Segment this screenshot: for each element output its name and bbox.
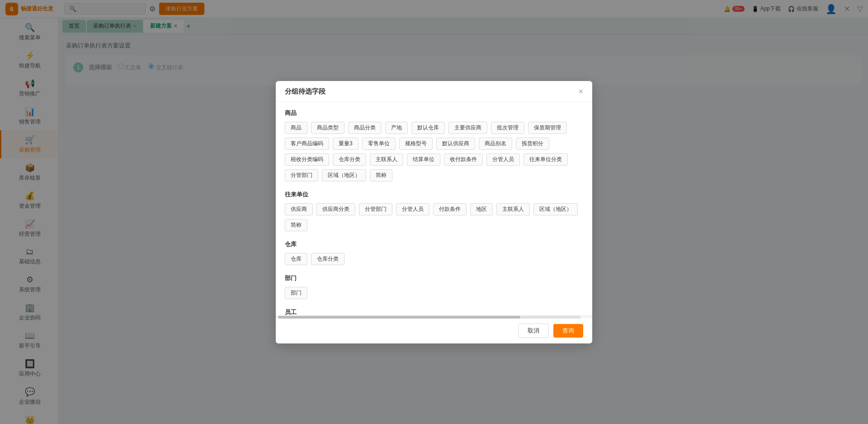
section-partner-title: 往来单位: [285, 191, 583, 199]
field-tag[interactable]: 区域（地区）: [533, 203, 578, 215]
field-tag[interactable]: 仓库: [285, 253, 307, 265]
field-tag[interactable]: 重量3: [333, 138, 359, 150]
section-employee: 员工 业务员: [285, 308, 583, 315]
field-tag[interactable]: 分管人员: [396, 203, 429, 215]
modal-close-button[interactable]: ×: [578, 87, 583, 95]
section-warehouse-title: 仓库: [285, 240, 583, 248]
field-tag[interactable]: 产地: [385, 122, 408, 134]
field-tag[interactable]: 商品: [285, 122, 307, 134]
field-tag[interactable]: 主联系人: [496, 203, 530, 215]
confirm-button[interactable]: 查询: [553, 324, 583, 338]
modal-header: 分组待选字段 ×: [276, 81, 592, 102]
field-tag[interactable]: 商品别名: [479, 138, 512, 150]
section-warehouse: 仓库 仓库 仓库分类: [285, 240, 583, 265]
section-department: 部门 部门: [285, 274, 583, 299]
field-tag[interactable]: 分管部门: [285, 169, 318, 181]
section-goods-title: 商品: [285, 109, 583, 117]
field-tag[interactable]: 分管部门: [359, 203, 392, 215]
goods-tags: 商品 商品类型 商品分类 产地 默认仓库 主要供应商 批次管理 保质期管理 客户…: [285, 122, 583, 181]
field-tag[interactable]: 部门: [285, 287, 307, 299]
field-tag[interactable]: 收付款条件: [444, 153, 483, 166]
field-tag[interactable]: 保质期管理: [528, 122, 567, 134]
field-tag[interactable]: 仓库分类: [333, 153, 366, 166]
field-tag[interactable]: 主联系人: [370, 153, 403, 166]
modal-footer: 取消 查询: [276, 318, 592, 343]
cancel-button[interactable]: 取消: [518, 324, 549, 338]
field-tag[interactable]: 供应商: [285, 203, 313, 215]
field-tag[interactable]: 付款条件: [433, 203, 467, 215]
field-tag[interactable]: 简称: [285, 219, 307, 231]
field-tag[interactable]: 默认供应商: [436, 138, 475, 150]
field-tag[interactable]: 规格型号: [399, 138, 433, 150]
modal-overlay: 分组待选字段 × 商品 商品 商品类型 商品分类 产地 默认仓库 主要供应商 批…: [0, 0, 868, 424]
field-tag[interactable]: 批次管理: [491, 122, 524, 134]
field-tag[interactable]: 商品分类: [348, 122, 382, 134]
department-tags: 部门: [285, 287, 583, 299]
field-tag[interactable]: 结算单位: [407, 153, 440, 166]
field-tag[interactable]: 简称: [370, 169, 392, 181]
field-tag[interactable]: 零售单位: [362, 138, 396, 150]
field-tag[interactable]: 拣货积分: [516, 138, 549, 150]
field-tag[interactable]: 分管人员: [486, 153, 520, 166]
field-tag[interactable]: 地区: [470, 203, 493, 215]
field-tag[interactable]: 供应商分类: [316, 203, 355, 215]
field-tag[interactable]: 税收分类编码: [285, 153, 329, 166]
field-tag[interactable]: 往来单位分类: [524, 153, 568, 166]
modal-title: 分组待选字段: [285, 87, 326, 96]
field-select-modal: 分组待选字段 × 商品 商品 商品类型 商品分类 产地 默认仓库 主要供应商 批…: [276, 81, 592, 343]
field-tag[interactable]: 仓库分类: [311, 253, 344, 265]
scroll-track: [278, 316, 581, 319]
modal-body[interactable]: 商品 商品 商品类型 商品分类 产地 默认仓库 主要供应商 批次管理 保质期管理…: [276, 102, 592, 315]
horizontal-scrollbar[interactable]: [276, 315, 592, 318]
section-partner: 往来单位 供应商 供应商分类 分管部门 分管人员 付款条件 地区 主联系人 区域…: [285, 191, 583, 231]
warehouse-tags: 仓库 仓库分类: [285, 253, 583, 265]
field-tag[interactable]: 客户商品编码: [285, 138, 329, 150]
section-employee-title: 员工: [285, 308, 583, 315]
field-tag[interactable]: 主要供应商: [448, 122, 487, 134]
section-goods: 商品 商品 商品类型 商品分类 产地 默认仓库 主要供应商 批次管理 保质期管理…: [285, 109, 583, 181]
scroll-thumb[interactable]: [278, 316, 520, 319]
field-tag[interactable]: 默认仓库: [411, 122, 445, 134]
section-department-title: 部门: [285, 274, 583, 282]
field-tag[interactable]: 商品类型: [311, 122, 344, 134]
field-tag[interactable]: 区域（地区）: [322, 169, 366, 181]
partner-tags: 供应商 供应商分类 分管部门 分管人员 付款条件 地区 主联系人 区域（地区） …: [285, 203, 583, 231]
